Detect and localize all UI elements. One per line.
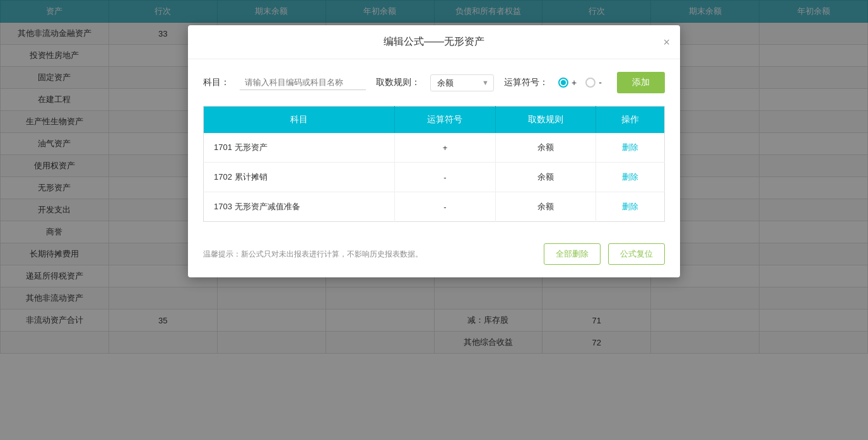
formula-operator: - (395, 192, 495, 222)
modal-close-button[interactable]: × (663, 37, 670, 48)
formula-rule: 余额 (495, 192, 595, 222)
delete-row-button[interactable]: 删除 (622, 202, 638, 211)
formula-rule: 余额 (495, 163, 595, 192)
table-header-row: 科目 运算符号 取数规则 操作 (204, 107, 665, 134)
subject-label: 科目： (203, 77, 230, 88)
rule-label: 取数规则： (376, 77, 420, 88)
formula-action: 删除 (595, 192, 664, 222)
formula-action: 删除 (595, 133, 664, 163)
formula-subject: 1703 无形资产减值准备 (204, 192, 395, 222)
operator-plus-label: + (572, 78, 577, 88)
formula-table: 科目 运算符号 取数规则 操作 1701 无形资产+余额删除1702 累计摊销-… (203, 106, 665, 222)
formula-row: 1702 累计摊销-余额删除 (204, 163, 665, 192)
th-action: 操作 (595, 107, 664, 134)
operator-minus-label: - (599, 78, 602, 88)
formula-row: 1703 无形资产减值准备-余额删除 (204, 192, 665, 222)
modal-title: 编辑公式——无形资产 (384, 36, 484, 47)
operator-minus-radio[interactable]: - (585, 78, 602, 88)
reset-formula-button[interactable]: 公式复位 (608, 243, 665, 265)
rule-select-wrapper: 余额 借方发生额 贷方发生额 ▼ (430, 74, 494, 91)
operator-radio-group: + - (558, 78, 602, 88)
rule-select[interactable]: 余额 借方发生额 贷方发生额 (430, 74, 494, 91)
footer-buttons: 全部删除 公式复位 (544, 243, 665, 265)
th-subject: 科目 (204, 107, 395, 134)
radio-minus-circle (585, 78, 595, 88)
modal-footer: 温馨提示：新公式只对未出报表进行计算，不影响历史报表数据。 全部删除 公式复位 (188, 234, 680, 277)
formula-row: 1701 无形资产+余额删除 (204, 133, 665, 163)
formula-subject: 1701 无形资产 (204, 133, 395, 163)
th-rule: 取数规则 (495, 107, 595, 134)
delete-row-button[interactable]: 删除 (622, 172, 638, 182)
radio-plus-circle (558, 78, 568, 88)
formula-operator: + (395, 133, 495, 163)
form-row: 科目： 取数规则： 余额 借方发生额 贷方发生额 ▼ 运算符号： + (203, 72, 665, 93)
modal-body: 科目： 取数规则： 余额 借方发生额 贷方发生额 ▼ 运算符号： + (188, 59, 680, 234)
add-button[interactable]: 添加 (617, 72, 665, 93)
operator-plus-radio[interactable]: + (558, 78, 577, 88)
th-operator: 运算符号 (395, 107, 495, 134)
delete-all-button[interactable]: 全部删除 (544, 243, 601, 265)
operator-label: 运算符号： (504, 77, 548, 88)
modal-header: 编辑公式——无形资产 × (188, 25, 680, 59)
formula-rule: 余额 (495, 133, 595, 163)
formula-operator: - (395, 163, 495, 192)
footer-tip: 温馨提示：新公式只对未出报表进行计算，不影响历史报表数据。 (203, 249, 423, 260)
delete-row-button[interactable]: 删除 (622, 142, 638, 152)
subject-input[interactable] (240, 75, 366, 90)
edit-formula-modal: 编辑公式——无形资产 × 科目： 取数规则： 余额 借方发生额 贷方发生额 ▼ … (188, 25, 680, 277)
formula-action: 删除 (595, 163, 664, 192)
modal-overlay: 编辑公式——无形资产 × 科目： 取数规则： 余额 借方发生额 贷方发生额 ▼ … (0, 0, 868, 440)
formula-subject: 1702 累计摊销 (204, 163, 395, 192)
